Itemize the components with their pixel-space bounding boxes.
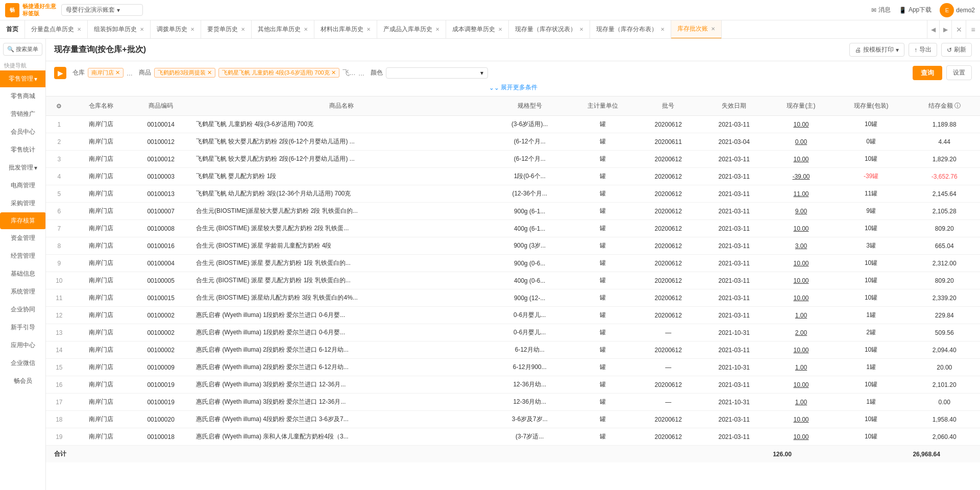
sidebar-item-operations[interactable]: 经营管理 — [2, 248, 43, 264]
col-warehouse: 仓库名称 — [72, 96, 130, 116]
tab-close-7[interactable]: ✕ — [435, 27, 439, 32]
sidebar-item-finance[interactable]: 资金管理 — [2, 230, 43, 247]
summary-total-qty-pkg — [834, 446, 909, 463]
search-icon: 🔍 — [7, 46, 14, 53]
tab-11[interactable]: 库存批次账 ✕ — [671, 20, 722, 39]
sidebar-item-inventory[interactable]: 库存核算 — [0, 212, 46, 229]
top-actions: ✉ 消息 📱 App下载 E demo2 — [871, 3, 975, 17]
tab-close-8[interactable]: ✕ — [498, 27, 502, 32]
product-tag-remove-1[interactable]: ✕ — [331, 69, 336, 76]
tab-5[interactable]: 其他出库单历史 ✕ — [252, 20, 314, 39]
table-row: 14南岸门店00100002惠氏启睿 (Wyeth illuma) 2段奶粉 爱… — [46, 341, 980, 359]
sidebar-item-enterprise-wechat[interactable]: 企业微信 — [2, 355, 43, 372]
tab-close-3[interactable]: ✕ — [190, 27, 194, 32]
warehouse-label: 仓库 — [72, 68, 85, 77]
chevron-down-icon: ▾ — [480, 69, 483, 77]
nav-close-all-btn[interactable]: ✕ — [951, 20, 966, 39]
product-tag-remove-0[interactable]: ✕ — [207, 69, 212, 76]
nav-prev-btn[interactable]: ◀ — [927, 20, 939, 39]
nav-next-btn[interactable]: ▶ — [939, 20, 951, 39]
sidebar-item-marketing[interactable]: 营销推广 — [2, 106, 43, 122]
tab-close-6[interactable]: ✕ — [366, 27, 371, 32]
product-ellipsis[interactable]: 飞... — [342, 68, 356, 78]
product-ellipsis2[interactable]: ... — [358, 69, 364, 77]
expand-more-button[interactable]: ⌄⌄ 展开更多条件 — [489, 83, 537, 92]
table-row: 11南岸门店00100015合生元 (BIOSTIME) 派星幼儿配方奶粉 3段… — [46, 289, 980, 307]
col-batch: 批号 — [637, 96, 699, 116]
nav-more-btn[interactable]: ≡ — [966, 20, 980, 39]
filter-toggle-button[interactable]: ▶ — [54, 67, 66, 79]
table-container: ⚙ 仓库名称 商品编码 商品名称 规格型号 主计量单位 批号 失效日期 现存量(… — [46, 96, 980, 490]
tab-close-4[interactable]: ✕ — [241, 27, 245, 32]
chevron-right-icon: ▾ — [34, 76, 37, 83]
tab-close-1[interactable]: ✕ — [77, 27, 81, 32]
warehouse-ellipsis[interactable]: ... — [127, 69, 133, 77]
page-header: 现存量查询(按仓库+批次) 🖨 按模板打印 ▾ ↑ 导出 ↺ 刷新 — [46, 39, 980, 61]
tab-4[interactable]: 要货单历史 ✕ — [201, 20, 252, 39]
summary-label: 合计 — [46, 446, 769, 463]
tab-close-11[interactable]: ✕ — [711, 26, 715, 32]
col-settings[interactable]: ⚙ — [46, 96, 72, 116]
tab-close-9[interactable]: ✕ — [579, 27, 583, 32]
product-tag-1: 飞鹤星飞帆 儿童奶粉 4段(3-6岁适用) 700克 ✕ — [218, 68, 339, 78]
sidebar-item-retail-stats[interactable]: 零售统计 — [2, 141, 43, 158]
sidebar-item-basic-info[interactable]: 基础信息 — [2, 265, 43, 282]
message-button[interactable]: ✉ 消息 — [871, 6, 891, 14]
table-row: 13南岸门店00100002惠氏启睿 (Wyeth illuma) 1段奶粉 爱… — [46, 324, 980, 341]
tab-9[interactable]: 现存量（库存状况表） ✕ — [509, 20, 590, 39]
app-download-button[interactable]: 📱 App下载 — [899, 6, 932, 14]
tab-1[interactable]: 分量盘点单历史 ✕ — [25, 20, 88, 39]
search-menu-button[interactable]: 🔍 搜索菜单 — [3, 43, 42, 56]
sidebar-item-guide[interactable]: 新手引导 — [2, 319, 43, 336]
table-row: 4南岸门店00100003飞鹤星飞帆 婴儿配方奶粉 1段1段(0-6个...罐2… — [46, 168, 980, 185]
tab-close-10[interactable]: ✕ — [660, 27, 665, 32]
table-row: 5南岸门店00100013飞鹤星飞帆 幼儿配方奶粉 3段(12-36个月幼儿适用… — [46, 185, 980, 203]
col-expire: 失效日期 — [699, 96, 769, 116]
product-tag-0: 飞鹤奶粉3段两提装 ✕ — [154, 68, 215, 78]
export-button[interactable]: ↑ 导出 — [909, 43, 937, 57]
page-title: 现存量查询(按仓库+批次) — [54, 44, 146, 55]
tab-2[interactable]: 组装拆卸单历史 ✕ — [88, 20, 151, 39]
table-row: 9南岸门店00100004合生元 (BIOSTIME) 派星 婴儿配方奶粉 1段… — [46, 255, 980, 272]
product-label: 商品 — [139, 68, 151, 77]
table-row: 10南岸门店00100005合生元 (BIOSTIME) 派星 婴儿配方奶粉 1… — [46, 272, 980, 289]
tab-close-2[interactable]: ✕ — [140, 27, 144, 32]
query-button[interactable]: 查询 — [913, 66, 942, 80]
settings-button[interactable]: 设置 — [946, 65, 972, 80]
chevron-down-icon: ▾ — [896, 46, 899, 54]
color-label: 颜色 — [371, 68, 383, 77]
table-row: 17南岸门店00100019惠氏启睿 (Wyeth illuma) 3段奶粉 爱… — [46, 394, 980, 411]
tab-home[interactable]: 首页 — [0, 20, 25, 39]
sidebar-item-system[interactable]: 系统管理 — [2, 283, 43, 300]
col-spec: 规格型号 — [491, 96, 569, 116]
user-area[interactable]: E demo2 — [940, 3, 975, 17]
download-icon: 📱 — [899, 7, 906, 14]
nav-arrows: ◀ ▶ ✕ ≡ — [927, 20, 980, 39]
tab-3[interactable]: 调拨单历史 ✕ — [151, 20, 201, 39]
sidebar-item-ecommerce[interactable]: 电商管理 — [2, 177, 43, 194]
nav-tabs: 首页 分量盘点单历史 ✕ 组装拆卸单历史 ✕ 调拨单历史 ✕ 要货单历史 ✕ 其… — [0, 20, 980, 39]
template-print-button[interactable]: 🖨 按模板打印 ▾ — [849, 43, 904, 57]
tab-7[interactable]: 产成品入库单历史 ✕ — [377, 20, 446, 39]
table-row: 1南岸门店00100014飞鹤星飞帆 儿童奶粉 4段(3-6岁适用) 700克(… — [46, 116, 980, 133]
sidebar-item-wholesale[interactable]: 批发管理 ▾ — [2, 159, 43, 176]
table-row: 16南岸门店00100019惠氏启睿 (Wyeth illuma) 3段奶粉 爱… — [46, 376, 980, 394]
sidebar-item-enterprise[interactable]: 企业协同 — [2, 301, 43, 318]
sidebar-item-member[interactable]: 畅会员 — [2, 373, 43, 389]
summary-row: 合计 126.00 26,968.64 — [46, 446, 980, 463]
tab-close-5[interactable]: ✕ — [304, 27, 308, 32]
tab-10[interactable]: 现存量（库存分布表） ✕ — [590, 20, 671, 39]
sidebar-item-app-center[interactable]: 应用中心 — [2, 337, 43, 354]
table-row: 19南岸门店00100018惠氏启睿 (Wyeth illuma) 亲和人体儿童… — [46, 428, 980, 446]
table-header-row: ⚙ 仓库名称 商品编码 商品名称 规格型号 主计量单位 批号 失效日期 现存量(… — [46, 96, 980, 116]
sidebar-item-retail-management[interactable]: 零售管理 ▾ — [0, 70, 46, 87]
sidebar-item-member-center[interactable]: 会员中心 — [2, 124, 43, 140]
tab-6[interactable]: 材料出库单历史 ✕ — [314, 20, 377, 39]
industry-select[interactable]: 母婴行业演示账套 ▾ — [61, 4, 143, 16]
warehouse-tag-remove-0[interactable]: ✕ — [115, 69, 120, 76]
refresh-button[interactable]: ↺ 刷新 — [941, 43, 972, 57]
sidebar-item-retail-mall[interactable]: 零售商城 — [2, 88, 43, 105]
color-input[interactable]: ▾ — [386, 67, 488, 79]
sidebar-item-purchase[interactable]: 采购管理 — [2, 195, 43, 212]
tab-8[interactable]: 成本调整单历史 ✕ — [446, 20, 509, 39]
